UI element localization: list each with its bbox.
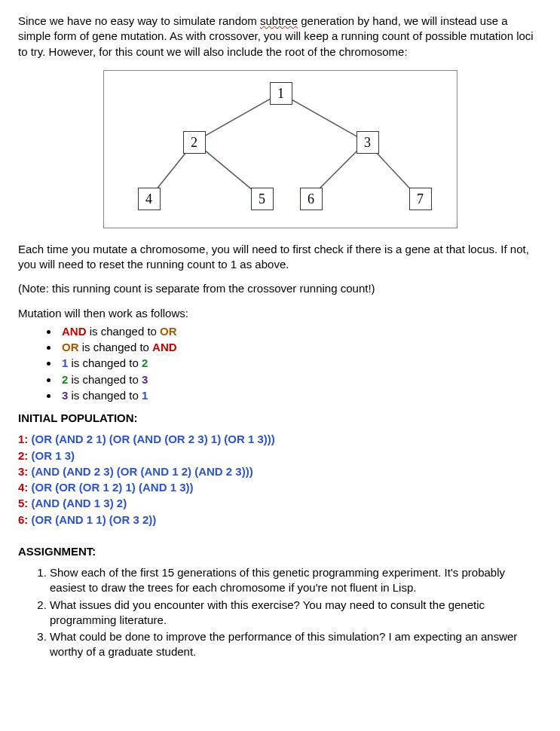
population-item: 6: (OR (AND 1 1) (OR 3 2)) (18, 512, 542, 528)
assignment-item: What issues did you encounter with this … (50, 598, 542, 629)
rule-term-a: OR (62, 341, 79, 353)
rule-item: 2 is changed to 3 (59, 372, 542, 387)
mutation-rules-list: AND is changed to OR OR is changed to AN… (18, 324, 542, 403)
intro-squiggle-word: subtree (260, 14, 298, 27)
svg-line-1 (280, 93, 366, 141)
assignment-item: What could be done to improve the perfor… (50, 629, 542, 660)
population-item: 3: (AND (AND 2 3) (OR (AND 1 2) (AND 2 3… (18, 464, 542, 479)
population-expr: (OR (OR (OR 1 2) 1) (AND 1 3)) (28, 481, 193, 494)
rule-item: OR is changed to AND (59, 340, 542, 355)
rule-item: AND is changed to OR (59, 324, 542, 339)
population-expr: (OR (AND 1 1) (OR 3 2)) (28, 513, 156, 526)
rule-item: 1 is changed to 2 (59, 356, 542, 371)
assignment-heading: ASSIGNMENT: (18, 544, 542, 559)
rule-mid: is changed to (68, 373, 142, 386)
rule-mid: is changed to (68, 356, 142, 369)
population-item: 4: (OR (OR (OR 1 2) 1) (AND 1 3)) (18, 480, 542, 495)
population-number: 3: (18, 465, 28, 478)
population-expr: (OR 1 3) (28, 449, 75, 462)
population-number: 6: (18, 513, 28, 526)
initial-population-heading: INITIAL POPULATION: (18, 411, 542, 426)
tree-node-6: 6 (300, 188, 323, 210)
mutation-intro: Mutation will then work as follows: (18, 306, 542, 321)
assignment-list: Show each of the first 15 generations of… (18, 565, 542, 660)
rule-term-b: AND (152, 341, 177, 353)
population-expr: (AND (AND 1 3) 2) (28, 497, 127, 509)
intro-pre: Since we have no easy way to simulate ra… (18, 14, 260, 27)
intro-paragraph: Since we have no easy way to simulate ra… (18, 14, 542, 60)
population-number: 2: (18, 449, 28, 462)
population-number: 4: (18, 481, 28, 494)
population-number: 5: (18, 497, 28, 509)
svg-line-0 (194, 93, 280, 141)
population-expr: (AND (AND 2 3) (OR (AND 1 2) (AND 2 3))) (28, 465, 252, 478)
after-tree-p2: (Note: this running count is separate fr… (18, 281, 542, 296)
tree-node-5: 5 (251, 188, 274, 210)
tree-node-4: 4 (138, 188, 161, 210)
rule-mid: is changed to (79, 341, 153, 353)
rule-mid: is changed to (87, 325, 161, 338)
assignment-item: Show each of the first 15 generations of… (50, 565, 542, 596)
rule-term-b: 1 (142, 389, 148, 402)
population-number: 1: (18, 433, 28, 445)
tree-node-1: 1 (270, 82, 292, 105)
population-item: 5: (AND (AND 1 3) 2) (18, 496, 542, 511)
rule-term-b: 2 (142, 356, 148, 369)
population-list: 1: (OR (AND 2 1) (OR (AND (OR 2 3) 1) (O… (18, 432, 542, 528)
population-item: 1: (OR (AND 2 1) (OR (AND (OR 2 3) 1) (O… (18, 432, 542, 447)
rule-term-b: OR (160, 325, 177, 338)
rule-term-a: AND (62, 325, 87, 338)
rule-item: 3 is changed to 1 (59, 388, 542, 403)
population-item: 2: (OR 1 3) (18, 448, 542, 463)
rule-mid: is changed to (68, 389, 142, 402)
tree-node-3: 3 (357, 131, 379, 154)
tree-diagram: 1 2 3 4 5 6 7 (103, 70, 457, 228)
tree-node-2: 2 (183, 131, 206, 154)
after-tree-p1: Each time you mutate a chromosome, you w… (18, 242, 542, 273)
population-expr: (OR (AND 2 1) (OR (AND (OR 2 3) 1) (OR 1… (28, 433, 275, 445)
tree-node-7: 7 (409, 188, 432, 210)
rule-term-b: 3 (142, 373, 148, 386)
